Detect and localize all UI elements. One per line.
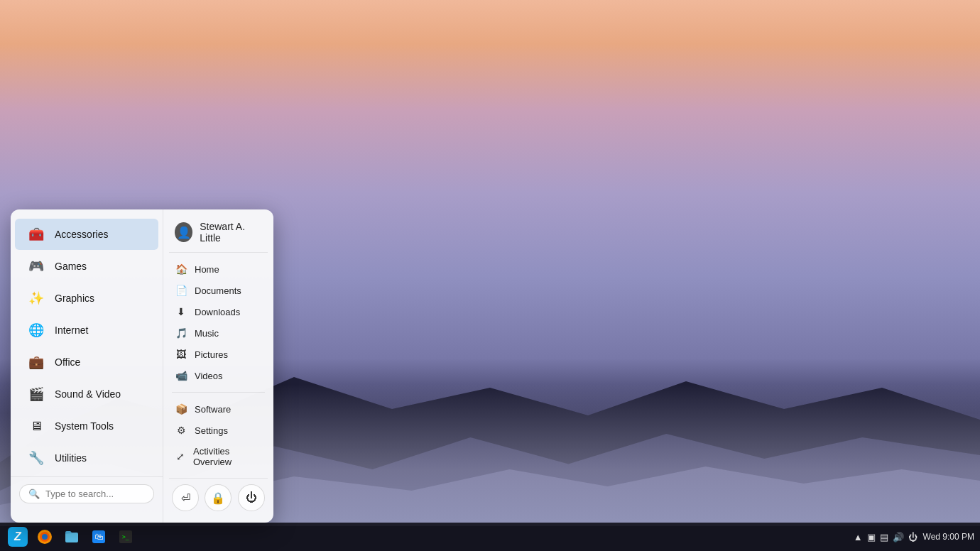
category-accessories-label: Accessories	[55, 229, 108, 240]
app-menu: 🧰 Accessories 🎮 Games ✨ Graphics 🌐 Inter…	[11, 209, 273, 523]
place-documents-label: Documents	[195, 285, 241, 296]
files-icon	[63, 528, 80, 545]
power-button[interactable]: ⏻	[238, 484, 265, 511]
search-input[interactable]	[45, 489, 145, 499]
taskbar-firefox[interactable]	[33, 525, 57, 549]
search-section: 🔍	[11, 476, 163, 508]
system-activities-label: Activities Overview	[193, 446, 262, 467]
downloads-icon: ⬇	[175, 306, 187, 317]
tray-display-icon[interactable]: ▣	[867, 532, 876, 542]
power-icon: ⏻	[246, 491, 257, 504]
svg-text:🛍: 🛍	[94, 532, 103, 542]
category-system-tools[interactable]: 🖥 System Tools	[15, 410, 158, 442]
internet-icon: 🌐	[26, 320, 46, 340]
category-games[interactable]: 🎮 Games	[15, 251, 158, 282]
taskbar-software[interactable]: 🛍	[87, 525, 111, 549]
zorin-menu-button[interactable]: Z	[6, 525, 30, 549]
menu-right-panel: 👤 Stewart A. Little 🏠 Home 📄 Documents ⬇…	[163, 209, 273, 523]
system-software[interactable]: 📦 Software	[169, 398, 268, 420]
terminal-icon: >_	[117, 528, 134, 545]
category-graphics-label: Graphics	[55, 293, 94, 304]
svg-rect-3	[65, 533, 78, 542]
place-documents[interactable]: 📄 Documents	[169, 280, 268, 301]
system-tray: ▲ ▣ ▤ 🔊 ⏻	[854, 532, 918, 542]
place-music-label: Music	[195, 328, 219, 339]
category-utilities[interactable]: 🔧 Utilities	[15, 442, 158, 474]
place-downloads-label: Downloads	[195, 307, 240, 317]
settings-icon: ⚙	[175, 425, 187, 436]
place-pictures-label: Pictures	[195, 349, 228, 360]
system-settings[interactable]: ⚙ Settings	[169, 420, 268, 441]
taskbar-left: Z 🛍	[6, 525, 138, 549]
category-internet-label: Internet	[55, 324, 88, 336]
category-internet[interactable]: 🌐 Internet	[15, 315, 158, 346]
place-home-label: Home	[195, 264, 219, 275]
place-music[interactable]: 🎵 Music	[169, 322, 268, 344]
category-accessories[interactable]: 🧰 Accessories	[15, 219, 158, 250]
system-software-label: Software	[195, 404, 231, 415]
place-pictures[interactable]: 🖼 Pictures	[169, 344, 268, 365]
utilities-icon: 🔧	[26, 448, 46, 468]
software-icon: 📦	[175, 403, 187, 415]
accessories-icon: 🧰	[26, 224, 46, 244]
taskbar: Z 🛍	[0, 523, 980, 551]
search-icon: 🔍	[28, 489, 40, 499]
category-office-label: Office	[55, 356, 80, 368]
software-center-icon: 🛍	[90, 528, 107, 545]
firefox-icon	[36, 528, 53, 545]
user-section: 👤 Stewart A. Little	[169, 218, 268, 253]
place-videos[interactable]: 📹 Videos	[169, 365, 268, 386]
avatar-icon: 👤	[177, 226, 191, 239]
graphics-icon: ✨	[26, 288, 46, 308]
username: Stewart A. Little	[200, 221, 262, 244]
svg-text:>_: >_	[122, 534, 129, 540]
pictures-icon: 🖼	[175, 349, 187, 360]
category-office[interactable]: 💼 Office	[15, 347, 158, 378]
suspend-button[interactable]: ⏎	[172, 484, 199, 511]
taskbar-right: ▲ ▣ ▤ 🔊 ⏻ Wed 9:00 PM	[854, 532, 974, 542]
action-buttons: ⏎ 🔒 ⏻	[169, 478, 268, 514]
place-videos-label: Videos	[195, 371, 223, 381]
category-utilities-label: Utilities	[55, 452, 87, 464]
tray-volume-icon[interactable]: 🔊	[893, 532, 904, 542]
system-activities[interactable]: ⤢ Activities Overview	[169, 441, 268, 472]
lock-button[interactable]: 🔒	[205, 484, 232, 511]
taskbar-terminal[interactable]: >_	[114, 525, 138, 549]
taskbar-files[interactable]	[60, 525, 84, 549]
music-icon: 🎵	[175, 327, 187, 339]
sound-video-icon: 🎬	[26, 384, 46, 404]
activities-icon: ⤢	[175, 451, 186, 462]
category-sound-video[interactable]: 🎬 Sound & Video	[15, 378, 158, 410]
category-sound-video-label: Sound & Video	[55, 388, 121, 400]
menu-categories-panel: 🧰 Accessories 🎮 Games ✨ Graphics 🌐 Inter…	[11, 209, 163, 523]
search-wrap[interactable]: 🔍	[19, 484, 154, 503]
category-games-label: Games	[55, 261, 87, 272]
lock-icon: 🔒	[211, 491, 225, 505]
zorin-logo: Z	[8, 527, 28, 547]
home-icon: 🏠	[175, 263, 187, 275]
place-home[interactable]: 🏠 Home	[169, 258, 268, 280]
system-settings-label: Settings	[195, 425, 228, 436]
svg-point-2	[42, 534, 48, 540]
documents-icon: 📄	[175, 285, 187, 296]
category-graphics[interactable]: ✨ Graphics	[15, 283, 158, 314]
desktop: 🧰 Accessories 🎮 Games ✨ Graphics 🌐 Inter…	[0, 0, 980, 551]
avatar: 👤	[175, 222, 192, 242]
suspend-icon: ⏎	[181, 491, 190, 505]
clock[interactable]: Wed 9:00 PM	[923, 532, 974, 542]
system-tools-icon: 🖥	[26, 416, 46, 436]
divider-1	[172, 392, 265, 393]
tray-display2-icon[interactable]: ▤	[880, 532, 888, 542]
place-downloads[interactable]: ⬇ Downloads	[169, 301, 268, 322]
games-icon: 🎮	[26, 256, 46, 276]
category-system-tools-label: System Tools	[55, 420, 114, 432]
places-section: 🏠 Home 📄 Documents ⬇ Downloads 🎵 Music 🖼	[169, 258, 268, 472]
videos-icon: 📹	[175, 370, 187, 381]
tray-power-icon[interactable]: ⏻	[908, 532, 918, 542]
tray-network-icon[interactable]: ▲	[854, 532, 863, 542]
office-icon: 💼	[26, 352, 46, 372]
